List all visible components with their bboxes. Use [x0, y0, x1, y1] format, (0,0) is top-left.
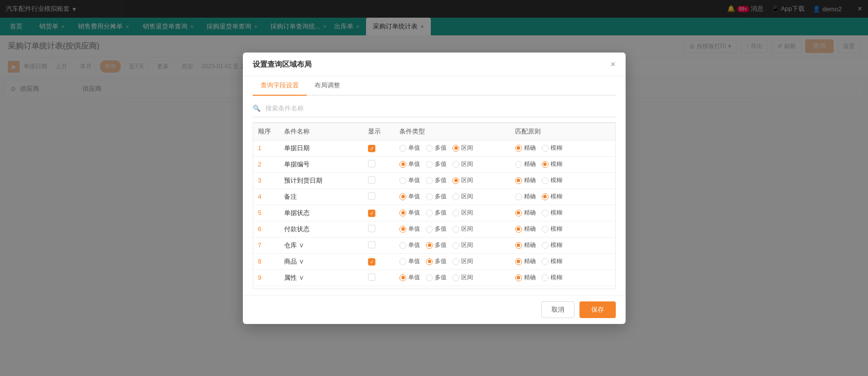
match-fuzzy-option[interactable]: 模糊 — [542, 144, 562, 152]
type-range-radio[interactable] — [452, 242, 459, 249]
search-input[interactable] — [263, 104, 361, 113]
cell-display[interactable] — [363, 237, 395, 253]
match-exact-option[interactable]: 精确 — [515, 176, 536, 185]
match-fuzzy-option[interactable]: 模糊 — [542, 257, 562, 266]
display-checkbox[interactable] — [368, 225, 375, 232]
type-range-radio[interactable] — [452, 274, 459, 281]
match-fuzzy-option[interactable]: 模糊 — [542, 192, 562, 201]
type-range-option[interactable]: 区间 — [452, 257, 473, 266]
type-single-option[interactable]: 单值 — [399, 176, 420, 185]
match-fuzzy-radio[interactable] — [542, 242, 549, 249]
type-multi-option[interactable]: 多值 — [426, 144, 447, 152]
type-range-option[interactable]: 区间 — [452, 176, 473, 185]
type-single-radio[interactable] — [399, 274, 406, 281]
display-checkbox[interactable] — [368, 176, 375, 184]
cell-display[interactable] — [363, 286, 395, 289]
type-multi-option[interactable]: 多值 — [426, 225, 447, 233]
type-multi-option[interactable]: 多值 — [426, 241, 447, 249]
cancel-button[interactable]: 取消 — [541, 301, 575, 318]
type-single-option[interactable]: 单值 — [399, 160, 420, 168]
save-button[interactable]: 保存 — [579, 301, 616, 318]
type-range-radio[interactable] — [452, 193, 459, 200]
display-checkbox[interactable] — [368, 273, 375, 281]
display-checkbox[interactable] — [368, 160, 375, 167]
match-fuzzy-option[interactable]: 模糊 — [542, 241, 562, 249]
match-fuzzy-radio[interactable] — [542, 258, 549, 265]
match-exact-option[interactable]: 精确 — [515, 209, 536, 217]
match-fuzzy-radio[interactable] — [542, 177, 549, 184]
match-exact-radio[interactable] — [515, 210, 522, 216]
type-single-option[interactable]: 单值 — [399, 257, 420, 266]
tab-query-fields[interactable]: 查询字段设置 — [253, 76, 307, 96]
type-single-option[interactable]: 单值 — [399, 192, 420, 201]
match-exact-radio[interactable] — [515, 274, 522, 281]
match-exact-option[interactable]: 精确 — [515, 273, 536, 282]
type-range-radio[interactable] — [452, 161, 459, 168]
cell-display[interactable] — [363, 205, 395, 221]
match-exact-radio[interactable] — [515, 258, 522, 265]
cell-display[interactable] — [363, 140, 395, 156]
display-checkbox[interactable] — [368, 241, 375, 248]
match-exact-option[interactable]: 精确 — [515, 225, 536, 233]
type-range-radio[interactable] — [452, 145, 459, 152]
match-fuzzy-option[interactable]: 模糊 — [542, 273, 562, 282]
match-exact-option[interactable]: 精确 — [515, 241, 536, 249]
match-fuzzy-option[interactable]: 模糊 — [542, 225, 562, 233]
type-multi-radio[interactable] — [426, 274, 433, 281]
match-fuzzy-option[interactable]: 模糊 — [542, 176, 562, 185]
match-fuzzy-radio[interactable] — [542, 193, 549, 200]
display-checkbox[interactable] — [368, 210, 375, 217]
type-single-radio[interactable] — [399, 226, 406, 233]
type-multi-option[interactable]: 多值 — [426, 192, 447, 201]
match-exact-option[interactable]: 精确 — [515, 257, 536, 266]
type-range-radio[interactable] — [452, 177, 459, 184]
type-multi-option[interactable]: 多值 — [426, 160, 447, 168]
display-checkbox[interactable] — [368, 258, 375, 266]
modal-close-button[interactable]: × — [610, 59, 616, 70]
type-range-option[interactable]: 区间 — [452, 273, 473, 282]
match-exact-radio[interactable] — [515, 226, 522, 233]
display-checkbox[interactable] — [368, 145, 375, 152]
match-exact-radio[interactable] — [515, 193, 522, 200]
type-range-option[interactable]: 区间 — [452, 160, 473, 168]
match-exact-radio[interactable] — [515, 161, 522, 168]
type-range-option[interactable]: 区间 — [452, 225, 473, 233]
type-multi-radio[interactable] — [426, 242, 433, 249]
type-single-option[interactable]: 单值 — [399, 225, 420, 233]
match-exact-radio[interactable] — [515, 145, 522, 152]
cell-display[interactable] — [363, 221, 395, 237]
type-range-option[interactable]: 区间 — [452, 209, 473, 217]
type-multi-radio[interactable] — [426, 145, 433, 152]
match-fuzzy-radio[interactable] — [542, 161, 549, 168]
type-range-option[interactable]: 区间 — [452, 144, 473, 152]
type-single-radio[interactable] — [399, 258, 406, 265]
type-multi-radio[interactable] — [426, 226, 433, 233]
match-fuzzy-radio[interactable] — [542, 226, 549, 233]
match-fuzzy-option[interactable]: 模糊 — [542, 209, 562, 217]
type-single-radio[interactable] — [399, 161, 406, 168]
type-multi-option[interactable]: 多值 — [426, 273, 447, 282]
match-exact-option[interactable]: 精确 — [515, 144, 536, 152]
type-range-radio[interactable] — [452, 226, 459, 233]
type-multi-radio[interactable] — [426, 177, 433, 184]
match-exact-option[interactable]: 精确 — [515, 192, 536, 201]
match-fuzzy-radio[interactable] — [542, 210, 549, 216]
type-range-radio[interactable] — [452, 210, 459, 216]
match-fuzzy-radio[interactable] — [542, 274, 549, 281]
type-range-option[interactable]: 区间 — [452, 241, 473, 249]
type-multi-option[interactable]: 多值 — [426, 209, 447, 217]
cell-display[interactable] — [363, 156, 395, 172]
tab-layout-adjust[interactable]: 布局调整 — [307, 76, 348, 96]
cell-display[interactable] — [363, 269, 395, 286]
type-range-radio[interactable] — [452, 258, 459, 265]
type-single-radio[interactable] — [399, 193, 406, 200]
match-exact-radio[interactable] — [515, 242, 522, 249]
type-single-option[interactable]: 单值 — [399, 241, 420, 249]
type-single-radio[interactable] — [399, 177, 406, 184]
display-checkbox[interactable] — [368, 192, 375, 200]
type-multi-radio[interactable] — [426, 193, 433, 200]
cell-display[interactable] — [363, 172, 395, 188]
cell-display[interactable] — [363, 188, 395, 205]
match-exact-option[interactable]: 精确 — [515, 160, 536, 168]
match-fuzzy-radio[interactable] — [542, 145, 549, 152]
